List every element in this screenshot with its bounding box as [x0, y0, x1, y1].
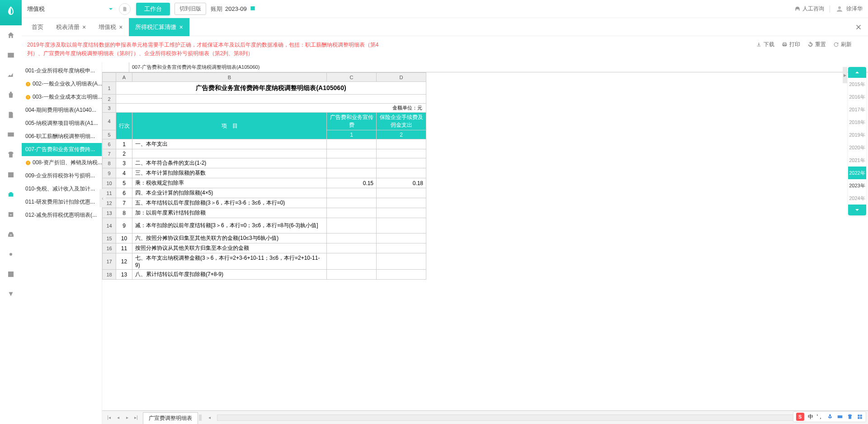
tree-item-2[interactable]: 003-一般企业成本支出明细...	[22, 91, 102, 104]
cell-reference[interactable]	[102, 62, 129, 72]
year-2017年[interactable]: 2017年	[848, 103, 866, 116]
row-head-14[interactable]: 14	[103, 218, 116, 233]
row-head-17[interactable]: 17	[103, 253, 116, 270]
year-2024年[interactable]: 2024年	[848, 192, 866, 205]
row-head-16[interactable]: 16	[103, 243, 116, 253]
cell-d-8[interactable]	[377, 208, 426, 218]
sheet-tab-separator[interactable]	[199, 414, 202, 421]
tab-close-icon[interactable]: ×	[82, 24, 86, 31]
year-2022年[interactable]: 2022年	[848, 167, 866, 179]
tree-item-4[interactable]: 005-纳税调整项目明细表(A1...	[22, 117, 102, 130]
row-head-2[interactable]: 2	[103, 95, 116, 104]
doc-toggle-button[interactable]	[119, 3, 131, 15]
user-menu[interactable]: 徐泽华	[835, 5, 863, 13]
nav-chart-icon[interactable]	[6, 71, 15, 80]
col-head-A[interactable]: A	[116, 73, 132, 82]
year-scroll-up[interactable]	[848, 67, 866, 78]
tab-close-icon[interactable]: ×	[179, 24, 183, 31]
reset-button[interactable]: 重置	[807, 41, 826, 48]
nav-settings-icon[interactable]	[6, 250, 15, 259]
cell-c-2[interactable]	[327, 149, 377, 158]
col-head-D[interactable]: D	[377, 73, 426, 82]
ime-tools-icon[interactable]	[857, 414, 863, 420]
row-head-8[interactable]: 8	[103, 158, 116, 168]
year-rail-expand[interactable]: ▶	[843, 67, 847, 83]
row-head-3[interactable]: 3	[103, 104, 116, 113]
row-head-6[interactable]: 6	[103, 139, 116, 149]
row-head-13[interactable]: 13	[103, 208, 116, 218]
old-version-button[interactable]: 切到旧版	[175, 3, 206, 15]
year-2019年[interactable]: 2019年	[848, 129, 866, 141]
row-head-18[interactable]: 18	[103, 270, 116, 280]
row-head-4[interactable]: 4	[103, 113, 116, 130]
year-2021年[interactable]: 2021年	[848, 154, 866, 167]
cell-d-2[interactable]	[377, 149, 426, 158]
help-link[interactable]: 人工咨询	[794, 5, 824, 13]
year-scroll-down[interactable]	[848, 205, 866, 215]
nav-play-icon[interactable]	[6, 270, 15, 279]
cell-c-1[interactable]	[327, 139, 377, 149]
nav-home-icon[interactable]	[6, 31, 15, 40]
nav-screen-icon[interactable]	[6, 130, 15, 139]
year-2018年[interactable]: 2018年	[848, 116, 866, 129]
refresh-button[interactable]: 刷新	[833, 41, 852, 48]
ime-logo[interactable]: S	[796, 413, 804, 421]
row-head-10[interactable]: 10	[103, 178, 116, 188]
print-button[interactable]: 打印	[782, 41, 800, 48]
cell-c-9[interactable]	[327, 218, 377, 233]
nav-calendar-icon[interactable]	[6, 170, 15, 179]
nav-transfer-icon[interactable]	[6, 210, 15, 219]
cell-d-13[interactable]	[377, 270, 426, 280]
sheet-tab[interactable]: 广宣费调整明细表	[143, 412, 198, 424]
tree-item-5[interactable]: 006-职工薪酬纳税调整明细...	[22, 130, 102, 143]
tab-3[interactable]: 所得税汇算清缴×	[129, 18, 189, 36]
ime-punct[interactable]: '，	[817, 413, 823, 421]
year-2015年[interactable]: 2015年	[848, 78, 866, 91]
tab-1[interactable]: 税表清册×	[50, 18, 92, 36]
tree-item-10[interactable]: 011-研发费用加计扣除优惠...	[22, 195, 102, 209]
cell-d-10[interactable]	[377, 233, 426, 243]
row-head-7[interactable]: 7	[103, 149, 116, 158]
close-all-tabs[interactable]	[854, 23, 863, 31]
cell-d-1[interactable]	[377, 139, 426, 149]
cell-c-4[interactable]	[327, 168, 377, 178]
sheet-h-scrollbar[interactable]	[217, 414, 856, 421]
cell-d-4[interactable]	[377, 168, 426, 178]
sheet-nav-first[interactable]: |◂	[105, 414, 113, 422]
tab-0[interactable]: 首页	[25, 18, 50, 36]
tree-item-11[interactable]: 012-减免所得税优惠明细表(...	[22, 209, 102, 222]
ime-mic-icon[interactable]	[827, 414, 833, 420]
nav-shirt-icon[interactable]	[6, 150, 15, 159]
sheet-nav-prev[interactable]: ◂	[114, 414, 122, 422]
tree-item-8[interactable]: 009-企业所得税弥补亏损明...	[22, 169, 102, 182]
cell-d-5[interactable]: 0.18	[377, 178, 426, 188]
tree-collapse-handle[interactable]: ‹	[99, 189, 106, 207]
sheet-nav-next[interactable]: ▸	[123, 414, 131, 422]
cell-c-10[interactable]	[327, 233, 377, 243]
row-head-15[interactable]: 15	[103, 233, 116, 243]
cell-c-7[interactable]	[327, 198, 377, 208]
nav-tax-icon[interactable]	[6, 190, 15, 199]
sheet-scroll-area[interactable]: ABCD1广告费和业务宣传费跨年度纳税调整明细表(A105060)23金额单位：…	[102, 72, 868, 410]
year-2023年[interactable]: 2023年	[848, 179, 866, 192]
cell-c-11[interactable]	[327, 243, 377, 253]
nav-doc-icon[interactable]	[6, 110, 15, 119]
cell-d-9[interactable]	[377, 218, 426, 233]
cell-d-6[interactable]	[377, 188, 426, 198]
row-head-5[interactable]: 5	[103, 130, 116, 139]
row-head-1[interactable]: 1	[103, 82, 116, 95]
nav-bag-icon[interactable]	[6, 91, 15, 100]
sheet-corner[interactable]	[103, 73, 116, 82]
col-head-C[interactable]: C	[327, 73, 377, 82]
download-button[interactable]: 下载	[756, 41, 774, 48]
nav-card-icon[interactable]	[6, 51, 15, 60]
tree-item-0[interactable]: 001-企业所得税年度纳税申...	[22, 64, 102, 77]
cell-c-12[interactable]	[327, 253, 377, 270]
cell-d-12[interactable]	[377, 253, 426, 270]
row-head-9[interactable]: 9	[103, 168, 116, 178]
tree-item-1[interactable]: 002-一般企业收入明细表(A...	[22, 77, 102, 91]
workspace-button[interactable]: 工作台	[136, 3, 170, 15]
year-2020年[interactable]: 2020年	[848, 141, 866, 154]
ime-skin-icon[interactable]	[847, 414, 853, 420]
ime-mode[interactable]: 中	[808, 413, 813, 421]
